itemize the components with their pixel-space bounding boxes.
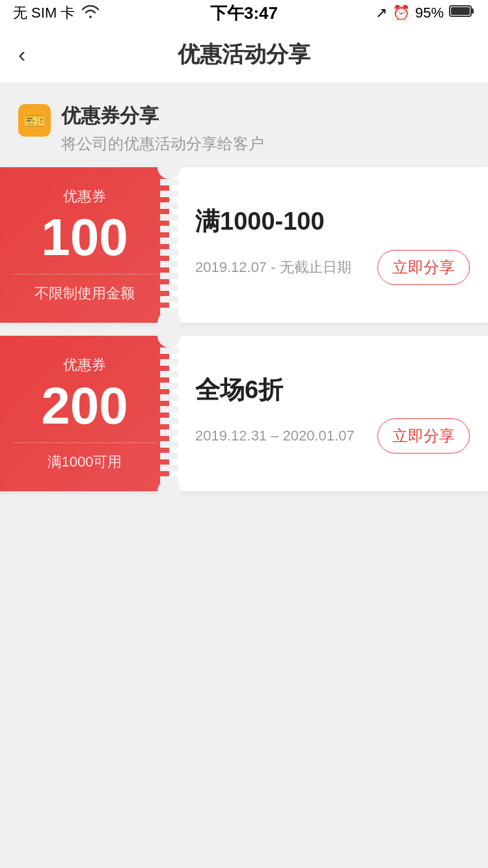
coupon-amount: 200 (41, 380, 128, 432)
coupon-condition: 满1000可用 (47, 452, 122, 472)
coupon-card: 优惠券 100 不限制使用金额 满1000-100 2019.12.07 - 无… (0, 167, 488, 323)
coupon-notch-top (157, 156, 181, 179)
status-bar: 无 SIM 卡 下午3:47 ↗ ⏰ 95% (0, 0, 488, 26)
battery-percent: 95% (415, 5, 444, 21)
coupon-card: 优惠券 200 满1000可用 全场6折 2019.12.31 – 2020.0… (0, 336, 488, 491)
coupon-date: 2019.12.07 - 无截止日期 (195, 258, 371, 277)
status-right: ↗ ⏰ 95% (375, 4, 475, 22)
carrier-text: 无 SIM 卡 (13, 3, 75, 23)
status-time: 下午3:47 (210, 2, 278, 25)
coupon-divider (13, 274, 156, 275)
back-button[interactable]: ‹ (18, 42, 25, 67)
share-button[interactable]: 立即分享 (377, 418, 470, 454)
coupon-notch-top (157, 324, 181, 347)
coupon-name: 全场6折 (195, 373, 470, 407)
coupon-emoji-icon: 🎫 (24, 111, 45, 131)
battery-icon (449, 4, 475, 22)
page-title: 优惠活动分享 (178, 40, 310, 70)
section-icon: 🎫 (18, 104, 51, 137)
section-header: 🎫 优惠券分享 将公司的优惠活动分享给客户 (0, 83, 488, 167)
coupon-left-panel: 优惠券 200 满1000可用 (0, 336, 169, 491)
coupon-divider (13, 442, 156, 443)
nav-bar: ‹ 优惠活动分享 (0, 26, 488, 83)
coupon-type-label: 优惠券 (63, 355, 106, 375)
svg-rect-1 (471, 8, 474, 14)
coupon-name: 满1000-100 (195, 205, 470, 238)
coupon-right-panel: 全场6折 2019.12.31 – 2020.01.07 立即分享 (169, 336, 488, 491)
svg-rect-2 (451, 7, 470, 15)
section-text: 优惠券分享 将公司的优惠活动分享给客户 (61, 103, 264, 154)
coupon-date: 2019.12.31 – 2020.01.07 (195, 427, 371, 444)
status-left: 无 SIM 卡 (13, 3, 100, 23)
coupon-type-label: 优惠券 (63, 187, 106, 206)
alarm-icon: ⏰ (392, 5, 410, 21)
section-subtitle: 将公司的优惠活动分享给客户 (61, 133, 264, 154)
share-button[interactable]: 立即分享 (377, 250, 470, 285)
section-title: 优惠券分享 (61, 103, 264, 129)
coupon-meta: 2019.12.31 – 2020.01.07 立即分享 (195, 418, 470, 454)
coupon-meta: 2019.12.07 - 无截止日期 立即分享 (195, 250, 470, 285)
location-icon: ↗ (375, 5, 387, 21)
coupon-condition: 不限制使用金额 (34, 284, 135, 303)
coupon-list: 优惠券 100 不限制使用金额 满1000-100 2019.12.07 - 无… (0, 167, 488, 524)
coupon-left-panel: 优惠券 100 不限制使用金额 (0, 167, 169, 323)
wifi-icon (81, 4, 100, 22)
bottom-area (0, 524, 488, 868)
coupon-notch-bottom (157, 480, 181, 503)
coupon-right-panel: 满1000-100 2019.12.07 - 无截止日期 立即分享 (169, 167, 488, 323)
coupon-amount: 100 (41, 211, 128, 264)
